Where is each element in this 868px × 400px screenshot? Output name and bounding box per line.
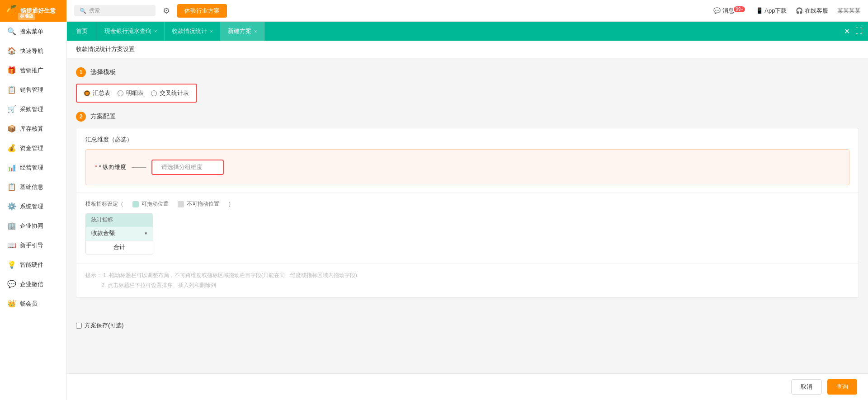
step2-header: 2 方案配置	[76, 112, 859, 122]
logo-icon: 🍊	[5, 5, 18, 17]
radio-detail[interactable]: 明细表	[118, 89, 144, 97]
sidebar-label-search-menu: 搜索菜单	[20, 28, 43, 36]
sidebar-item-member[interactable]: 👑 畅会员	[0, 294, 66, 313]
sidebar-item-inventory[interactable]: 📦 库存核算	[0, 119, 66, 138]
quick-nav-icon: 🏠	[7, 47, 16, 55]
dimension-group: 汇总维度（必选） * * 纵向维度 —— 请选择分组维度	[76, 128, 859, 193]
sidebar-item-system[interactable]: ⚙️ 系统管理	[0, 197, 66, 216]
member-icon: 👑	[7, 299, 16, 308]
search-placeholder: 搜索	[89, 7, 100, 14]
tabbar-right: ✕ ⛶	[839, 22, 868, 41]
dim-label: * * 纵向维度	[95, 163, 126, 171]
draggable-dot	[132, 201, 139, 207]
search-bar[interactable]: 🔍 搜索	[74, 5, 156, 16]
save-option-checkbox[interactable]	[76, 323, 82, 329]
search-menu-icon: 🔍	[7, 27, 16, 36]
sidebar-label-newbie: 新手引导	[20, 241, 43, 249]
message-btn[interactable]: 💬 消息 99+	[713, 7, 747, 15]
non-draggable-legend-item: 不可拖动位置	[178, 200, 219, 208]
sidebar-label-inventory: 库存核算	[20, 125, 43, 133]
operations-icon: 📊	[7, 163, 16, 172]
chevron-down-icon[interactable]: ▾	[145, 231, 147, 236]
sidebar-item-purchase[interactable]: 🛒 采购管理	[0, 99, 66, 119]
dim-select-btn[interactable]: 请选择分组维度	[151, 160, 224, 175]
step1-title: 选择模板	[90, 68, 116, 76]
radio-detail-label: 明细表	[126, 89, 144, 97]
metrics-category-header: 统计指标	[86, 214, 153, 226]
topbar: 🔍 搜索 ⚙ 体验行业方案 💬 消息 99+ 📱 App下载 🎧 在线客服 某某…	[67, 0, 868, 22]
capital-icon: 💰	[7, 144, 16, 152]
template-selection-box: 汇总表 明细表 交叉统计表	[76, 84, 197, 103]
cancel-button[interactable]: 取消	[791, 379, 822, 395]
fullscreen-icon[interactable]: ⛶	[855, 27, 863, 35]
marketing-icon: 🎁	[7, 66, 16, 75]
newbie-icon: 📖	[7, 241, 16, 249]
step2-number: 2	[76, 112, 86, 122]
metrics-column-header[interactable]: 收款金额 ▾	[86, 226, 153, 240]
sidebar-item-operations[interactable]: 📊 经营管理	[0, 158, 66, 177]
step2-title: 方案配置	[90, 113, 116, 121]
sidebar: 🍊 畅捷通好生意 标准版 🔍 搜索菜单🏠 快速导航🎁 营销推广📋 销售管理🛒 采…	[0, 0, 67, 400]
trial-btn[interactable]: 体验行业方案	[177, 4, 227, 18]
tabbar: 首页现金银行流水查询×收款情况统计×新建方案× ✕ ⛶	[67, 22, 868, 41]
tab-close-new-plan[interactable]: ×	[254, 28, 257, 34]
query-button[interactable]: 查询	[827, 379, 857, 395]
sidebar-item-enterprise[interactable]: 🏢 企业协同	[0, 216, 66, 235]
sidebar-label-purchase: 采购管理	[20, 105, 43, 113]
sidebar-item-quick-nav[interactable]: 🏠 快速导航	[0, 41, 66, 61]
radio-cross[interactable]: 交叉统计表	[151, 89, 189, 97]
tab-label-home: 首页	[76, 27, 88, 35]
tip-prefix: 提示：	[85, 272, 102, 278]
sidebar-logo: 🍊 畅捷通好生意 标准版	[0, 0, 66, 22]
sidebar-item-marketing[interactable]: 🎁 营销推广	[0, 61, 66, 80]
tab-new-plan[interactable]: 新建方案×	[221, 22, 264, 41]
tab-bank-flow[interactable]: 现金银行流水查询×	[97, 22, 165, 41]
online-service-btn[interactable]: 🎧 在线客服	[796, 7, 828, 15]
sidebar-label-system: 系统管理	[20, 202, 43, 211]
radio-cross-input[interactable]	[151, 90, 157, 96]
edition-badge: 标准版	[18, 13, 35, 20]
weichat-icon: 💬	[7, 280, 16, 288]
radio-detail-input[interactable]	[118, 90, 123, 96]
message-badge: 99+	[734, 6, 745, 12]
sidebar-item-search-menu[interactable]: 🔍 搜索菜单	[0, 22, 66, 41]
close-window-icon[interactable]: ✕	[844, 27, 850, 36]
page-footer: 方案保存(可选)	[67, 316, 868, 335]
sidebar-label-operations: 经营管理	[20, 164, 43, 172]
sidebar-item-capital[interactable]: 💰 资金管理	[0, 138, 66, 158]
main-area: 🔍 搜索 ⚙ 体验行业方案 💬 消息 99+ 📱 App下载 🎧 在线客服 某某…	[67, 0, 868, 400]
tab-label-new-plan: 新建方案	[228, 27, 251, 35]
tab-payment-stats[interactable]: 收款情况统计×	[165, 22, 220, 41]
radio-summary[interactable]: 汇总表	[84, 89, 110, 97]
sidebar-label-capital: 资金管理	[20, 144, 43, 152]
sidebar-item-basic-info[interactable]: 📋 基础信息	[0, 177, 66, 197]
dimension-area: * * 纵向维度 —— 请选择分组维度	[85, 149, 849, 185]
tab-close-bank-flow[interactable]: ×	[154, 28, 157, 34]
sidebar-item-weichat[interactable]: 💬 企业微信	[0, 274, 66, 294]
tab-home[interactable]: 首页	[67, 22, 97, 41]
config-section: 汇总维度（必选） * * 纵向维度 —— 请选择分组维度	[76, 128, 859, 298]
metrics-config: 模板指标设定（ 可拖动位置 不可拖动位置 ）	[76, 193, 859, 263]
sidebar-item-sales[interactable]: 📋 销售管理	[0, 80, 66, 99]
draggable-legend-item: 可拖动位置	[132, 200, 169, 208]
message-label: 消息	[722, 7, 734, 14]
sidebar-item-smart-hw[interactable]: 💡 智能硬件	[0, 255, 66, 274]
non-draggable-dot	[178, 201, 184, 207]
page-header: 收款情况统计方案设置	[67, 41, 868, 58]
app-download-btn[interactable]: 📱 App下载	[756, 7, 787, 15]
dimension-group-title: 汇总维度（必选）	[85, 136, 849, 144]
smart-hw-icon: 💡	[7, 260, 16, 269]
tab-close-payment-stats[interactable]: ×	[210, 28, 212, 34]
radio-summary-input[interactable]	[84, 90, 90, 96]
save-option-label[interactable]: 方案保存(可选)	[76, 321, 124, 329]
settings-icon[interactable]: ⚙	[163, 6, 170, 16]
dim-row: * * 纵向维度 —— 请选择分组维度	[95, 160, 224, 175]
page-header-title: 收款情况统计方案设置	[76, 46, 135, 52]
metric-name: 收款金额	[91, 229, 115, 237]
sidebar-item-newbie[interactable]: 📖 新手引导	[0, 235, 66, 255]
tips-section: 提示： 1. 拖动标题栏可以调整布局，不可跨维度或指标区域拖动栏目字段(只能在同…	[76, 263, 859, 297]
metrics-table: 统计指标 收款金额 ▾ 合计	[85, 213, 153, 254]
save-option-text: 方案保存(可选)	[85, 321, 124, 329]
radio-cross-label: 交叉统计表	[160, 89, 189, 97]
sidebar-label-weichat: 企业微信	[20, 280, 43, 288]
